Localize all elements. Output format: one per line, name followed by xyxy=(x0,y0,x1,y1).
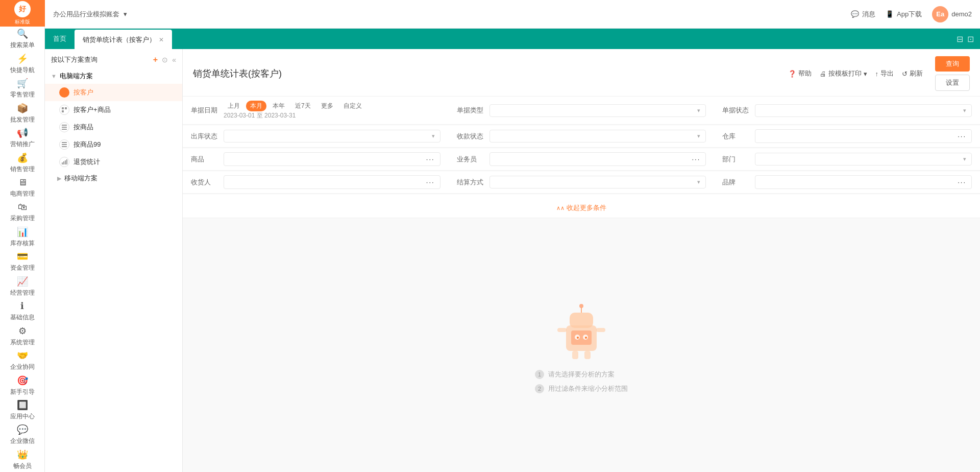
sidebar-item-system[interactable]: ⚙ 系统管理 xyxy=(0,323,45,348)
export-icon: ↑ xyxy=(875,70,879,78)
scheme-item-by-customer[interactable]: 按客户 xyxy=(45,84,182,101)
sidebar-item-purchase[interactable]: 🛍 采购管理 xyxy=(0,200,45,224)
tab-expand-icon[interactable]: ⊡ xyxy=(967,34,974,44)
app-download-btn[interactable]: 📱 App下载 xyxy=(886,10,922,19)
scheme-item-by-customer-product[interactable]: 按客户+商品 xyxy=(45,101,182,119)
scheme-by-customer-product-label: 按客户+商品 xyxy=(74,105,111,114)
tab-home[interactable]: 首页 xyxy=(45,29,75,49)
scheme-by-product-99-icon xyxy=(59,139,69,150)
sidebar-item-inventory[interactable]: 📊 库存核算 xyxy=(0,225,45,249)
salesperson-dots-icon[interactable]: ··· xyxy=(692,155,700,163)
add-scheme-btn[interactable]: + xyxy=(153,55,158,64)
brand-select[interactable]: ··· xyxy=(755,175,972,189)
finance-icon: 💳 xyxy=(17,251,28,262)
sidebar-item-search[interactable]: 🔍 搜索菜单 xyxy=(0,27,45,51)
sidebar-apps-label: 应用中心 xyxy=(10,412,35,421)
user-profile[interactable]: Ea demo2 xyxy=(932,6,972,22)
product-filter-cell: 商品 ··· xyxy=(183,148,449,171)
message-btn[interactable]: 💬 消息 xyxy=(851,10,875,19)
enterprise-icon: 🤝 xyxy=(17,350,28,361)
edit-scheme-icon[interactable]: ⊙ xyxy=(162,56,168,64)
sidebar-item-quick-nav[interactable]: ⚡ 快捷导航 xyxy=(0,52,45,76)
help-icon: ❓ xyxy=(788,70,796,78)
salesperson-label: 业务员 xyxy=(457,155,485,164)
tab-sales-report[interactable]: 销货单统计表（按客户） ✕ xyxy=(75,30,172,50)
shortcut-custom[interactable]: 自定义 xyxy=(339,101,366,111)
scheme-group-pc-header[interactable]: ▼ 电脑端方案 xyxy=(45,68,182,84)
shortcut-last-month[interactable]: 上月 xyxy=(224,101,244,111)
date-label: 单据日期 xyxy=(191,106,219,115)
settlement-select[interactable]: ▾ xyxy=(489,176,706,188)
shortcut-this-month[interactable]: 本月 xyxy=(246,101,266,111)
collapse-panel-icon[interactable]: « xyxy=(172,56,176,64)
svg-point-18 xyxy=(585,337,587,339)
system-icon: ⚙ xyxy=(18,325,27,337)
doc-status-select[interactable]: ▾ xyxy=(755,104,972,117)
product-select[interactable]: ··· xyxy=(224,152,440,166)
refresh-icon: ↺ xyxy=(902,70,908,78)
collapse-filters-btn[interactable]: ∧∧ 收起更多条件 xyxy=(183,198,980,218)
shortcut-this-year[interactable]: 本年 xyxy=(268,101,289,111)
svg-rect-12 xyxy=(66,159,67,164)
sidebar-item-wechat[interactable]: 💬 企业微信 xyxy=(0,422,45,447)
export-btn[interactable]: ↑ 导出 xyxy=(875,69,894,78)
main-area: 办公用品行业模拟账套 ▾ 💬 消息 📱 App下载 Ea demo2 首页 xyxy=(45,0,980,472)
tab-minimize-icon[interactable]: ⊟ xyxy=(957,34,963,44)
query-btn[interactable]: 查询 xyxy=(935,56,970,72)
sidebar-item-ecommerce[interactable]: 🖥 电商管理 xyxy=(0,175,45,200)
sales-icon: 💰 xyxy=(17,152,28,163)
shortcut-last-7-days[interactable]: 近7天 xyxy=(291,101,315,111)
tab-close-icon[interactable]: ✕ xyxy=(159,36,164,43)
settings-btn[interactable]: 设置 xyxy=(935,75,970,91)
salesperson-select[interactable]: ··· xyxy=(489,152,706,166)
receiver-dots-icon[interactable]: ··· xyxy=(426,178,435,186)
sidebar-item-sales[interactable]: 💰 销售管理 xyxy=(0,150,45,175)
app-logo[interactable]: 好 标准版 xyxy=(0,0,45,27)
hint-2-num: 2 xyxy=(535,384,544,393)
product-label: 商品 xyxy=(191,155,219,164)
logo-icon: 好 xyxy=(14,1,31,17)
sidebar-item-apps[interactable]: 🔲 应用中心 xyxy=(0,398,45,422)
warehouse-dots-icon[interactable]: ··· xyxy=(958,132,966,140)
industry-selector[interactable]: 办公用品行业模拟账套 ▾ xyxy=(53,10,127,19)
brand-dots-icon[interactable]: ··· xyxy=(958,178,966,186)
scheme-group-pc-label: 电脑端方案 xyxy=(60,72,93,81)
sidebar-item-guide[interactable]: 🎯 新手引导 xyxy=(0,373,45,397)
department-select[interactable]: ▾ xyxy=(755,153,972,166)
main-content: 1 请先选择要分析的方案 2 用过滤条件来缩小分析范围 xyxy=(183,218,980,472)
sidebar-sales-label: 销售管理 xyxy=(10,165,35,174)
warehouse-select[interactable]: ··· xyxy=(755,129,972,143)
header-right: 💬 消息 📱 App下载 Ea demo2 xyxy=(851,6,972,22)
sidebar-item-enterprise[interactable]: 🤝 企业协同 xyxy=(0,348,45,373)
product-dots-icon[interactable]: ··· xyxy=(426,155,435,163)
svg-point-17 xyxy=(577,337,579,339)
outbound-select[interactable]: ▾ xyxy=(224,130,440,143)
filter-section: 单据日期 上月 本月 本年 近7天 更多 自定义 2023-03-01 至 20… xyxy=(183,97,980,218)
tab-bar: 首页 销货单统计表（按客户） ✕ ⊟ ⊡ xyxy=(45,29,980,49)
payment-select[interactable]: ▾ xyxy=(489,130,706,143)
scheme-item-return-stats[interactable]: 退货统计 xyxy=(45,153,182,171)
sidebar-item-retail[interactable]: 🛒 零售管理 xyxy=(0,76,45,101)
sidebar-item-member[interactable]: 👑 畅会员 xyxy=(0,447,45,472)
doc-type-select[interactable]: ▾ xyxy=(489,104,706,117)
outbound-control: ▾ xyxy=(224,130,440,143)
wholesale-icon: 📦 xyxy=(17,103,28,114)
svg-point-21 xyxy=(579,304,583,308)
sidebar-item-basic[interactable]: ℹ 基础信息 xyxy=(0,299,45,323)
sidebar-item-operations[interactable]: 📈 经营管理 xyxy=(0,274,45,299)
svg-rect-19 xyxy=(570,313,593,328)
refresh-btn[interactable]: ↺ 刷新 xyxy=(902,69,923,78)
print-template-btn[interactable]: 🖨 按模板打印 ▾ xyxy=(820,69,867,78)
settlement-arrow-icon: ▾ xyxy=(697,179,700,185)
scheme-group-mobile-header[interactable]: ▶ 移动端方案 xyxy=(45,171,182,186)
shortcut-more[interactable]: 更多 xyxy=(317,101,337,111)
brand-label: 品牌 xyxy=(722,178,751,187)
sidebar-item-marketing[interactable]: 📢 营销推广 xyxy=(0,126,45,150)
sidebar-item-finance[interactable]: 💳 资金管理 xyxy=(0,249,45,274)
scheme-item-by-product[interactable]: 按商品 xyxy=(45,119,182,136)
user-avatar: Ea xyxy=(932,6,948,22)
sidebar-item-wholesale[interactable]: 📦 批发管理 xyxy=(0,101,45,125)
scheme-item-by-product-99[interactable]: 按商品99 xyxy=(45,136,182,153)
help-btn[interactable]: ❓ 帮助 xyxy=(788,69,812,78)
receiver-select[interactable]: ··· xyxy=(224,175,440,189)
